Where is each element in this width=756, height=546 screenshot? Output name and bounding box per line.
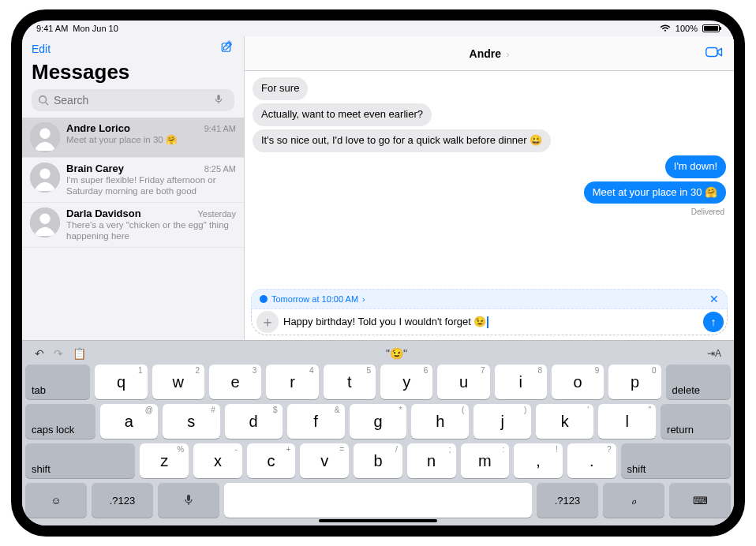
conversation-item[interactable]: Brain Carey8:25 AMI'm super flexible! Fr… — [22, 158, 244, 203]
key-a[interactable]: @a — [100, 404, 158, 439]
key-t[interactable]: 5t — [324, 365, 376, 399]
key-i[interactable]: 8i — [495, 365, 547, 399]
search-input[interactable] — [54, 94, 214, 107]
key-l[interactable]: "l — [598, 404, 656, 439]
svg-rect-12 — [187, 495, 190, 501]
status-bar: 9:41 AM Mon Jun 10 100% — [22, 21, 734, 36]
key-q[interactable]: 1q — [95, 365, 147, 399]
key-f[interactable]: &f — [287, 404, 345, 439]
edit-button[interactable]: Edit — [32, 43, 51, 55]
emoji-key[interactable]: ☺ — [25, 483, 87, 518]
outgoing-bubble[interactable]: I'm down! — [665, 155, 726, 178]
incoming-bubble[interactable]: Actually, want to meet even earlier? — [253, 103, 432, 126]
text-cursor — [487, 316, 488, 328]
capslock-key[interactable]: caps lock — [25, 404, 95, 439]
incoming-bubble[interactable]: For sure — [253, 77, 308, 100]
sidebar: Edit Messages Andre Lorico9:41 AMMeet at… — [22, 36, 245, 340]
text-format-icon[interactable]: ⇥A — [707, 348, 721, 359]
message-row: Meet at your place in 30 🤗 — [253, 181, 726, 204]
key-o[interactable]: 9o — [552, 365, 604, 399]
redo-icon[interactable]: ↷ — [54, 347, 63, 360]
key-n[interactable]: ;n — [407, 443, 456, 478]
delete-key[interactable]: delete — [666, 365, 731, 399]
device-frame: 9:41 AM Mon Jun 10 100% Edit — [11, 9, 745, 537]
search-icon — [38, 95, 49, 106]
numeric-key-right[interactable]: .?123 — [537, 483, 598, 518]
outgoing-bubble[interactable]: Meet at your place in 30 🤗 — [584, 181, 726, 204]
search-field[interactable] — [32, 89, 234, 111]
contact-name[interactable]: Andre — [470, 47, 501, 60]
svg-line-2 — [46, 103, 49, 106]
clipboard-icon[interactable]: 📋 — [73, 347, 86, 360]
key-c[interactable]: +c — [247, 443, 296, 478]
key-s[interactable]: #s — [163, 404, 220, 439]
avatar — [30, 122, 60, 152]
tab-key[interactable]: tab — [25, 365, 90, 399]
message-input[interactable]: Happy birthday! Told you I wouldn't forg… — [283, 312, 698, 331]
key-u[interactable]: 7u — [437, 365, 489, 399]
conversation-list: Andre Lorico9:41 AMMeet at your place in… — [22, 118, 244, 340]
incoming-bubble[interactable]: It's so nice out, I'd love to go for a q… — [253, 129, 551, 152]
dictation-key[interactable] — [158, 483, 219, 518]
svg-point-8 — [39, 169, 50, 179]
key-e[interactable]: 3e — [209, 365, 261, 399]
status-time: 9:41 AM — [36, 24, 68, 33]
keyboard[interactable]: ↶ ↷ 📋 "😉" ⇥A tab1q2w3e4r5t6y7u8i9o0pdele… — [22, 340, 734, 525]
conversation-item[interactable]: Andre Lorico9:41 AMMeet at your place in… — [22, 118, 244, 158]
conversation-preview: There's a very "chicken or the egg" thin… — [66, 219, 236, 242]
message-row: For sure — [253, 77, 726, 100]
key-y[interactable]: 6y — [380, 365, 432, 399]
shift-key-right[interactable]: shift — [621, 443, 731, 478]
cancel-schedule-button[interactable]: ✕ — [709, 293, 719, 305]
wifi-icon — [660, 24, 671, 32]
home-indicator[interactable] — [319, 519, 437, 522]
send-button[interactable]: ↑ — [703, 312, 724, 332]
chevron-right-icon[interactable]: › — [506, 49, 509, 60]
message-thread[interactable]: For sureActually, want to meet even earl… — [245, 71, 734, 286]
conversation-header: Andre › — [245, 36, 734, 71]
key-k[interactable]: 'k — [536, 404, 593, 439]
key-g[interactable]: *g — [350, 404, 407, 439]
delivery-status: Delivered — [253, 208, 724, 216]
key-b[interactable]: /b — [354, 443, 402, 478]
clock-icon — [260, 295, 268, 303]
key-r[interactable]: 4r — [266, 365, 318, 399]
key-h[interactable]: (h — [411, 404, 469, 439]
handwriting-key[interactable]: ℴ — [603, 483, 664, 518]
key-z[interactable]: %z — [140, 443, 189, 478]
draft-text: Happy birthday! Told you I wouldn't forg… — [283, 316, 486, 327]
message-row: Actually, want to meet even earlier? — [253, 103, 726, 126]
dictate-icon[interactable] — [214, 94, 228, 107]
key-w[interactable]: 2w — [152, 365, 204, 399]
shift-key-left[interactable]: shift — [25, 443, 135, 478]
dismiss-keyboard-key[interactable]: ⌨ — [669, 483, 731, 518]
battery-icon — [702, 24, 720, 32]
svg-rect-11 — [706, 48, 717, 57]
predictive-suggestion[interactable]: "😉" — [386, 347, 407, 360]
conversation-name: Darla Davidson — [66, 208, 141, 219]
avatar — [30, 163, 60, 193]
attach-button[interactable]: ＋ — [256, 311, 279, 333]
key-v[interactable]: =v — [300, 443, 349, 478]
message-row: It's so nice out, I'd love to go for a q… — [253, 129, 726, 152]
key-d[interactable]: $d — [225, 404, 283, 439]
key-m[interactable]: :m — [461, 443, 510, 478]
numeric-key-left[interactable]: .?123 — [92, 483, 153, 518]
return-key[interactable]: return — [661, 404, 731, 439]
space-key[interactable] — [224, 483, 532, 518]
conversation-preview: Meet at your place in 30 🤗 — [66, 134, 236, 145]
composer: ＋ Happy birthday! Told you I wouldn't fo… — [251, 309, 728, 335]
key-x[interactable]: -x — [193, 443, 242, 478]
conversation-item[interactable]: Darla DavidsonYesterdayThere's a very "c… — [22, 203, 244, 248]
svg-rect-3 — [217, 94, 220, 99]
key-j[interactable]: )j — [473, 404, 531, 439]
key-,[interactable]: !, — [514, 443, 563, 478]
undo-icon[interactable]: ↶ — [35, 347, 44, 360]
key-.[interactable]: ?. — [567, 443, 616, 478]
page-title: Messages — [22, 60, 244, 84]
send-later-pill[interactable]: Tomorrow at 10:00 AM › ✕ — [251, 289, 728, 309]
facetime-button[interactable] — [705, 46, 723, 62]
conversation-name: Brain Carey — [66, 163, 124, 174]
compose-button[interactable] — [220, 40, 234, 58]
key-p[interactable]: 0p — [608, 365, 661, 399]
